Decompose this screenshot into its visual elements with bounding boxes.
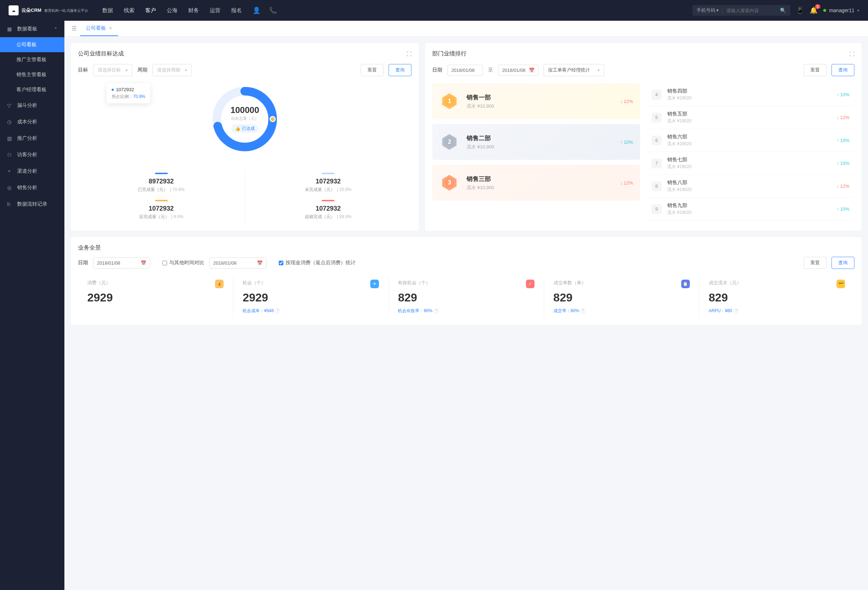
dashboard-icon: ▦	[7, 26, 13, 32]
sidebar-item-company-board[interactable]: 公司看板	[0, 37, 64, 52]
logo[interactable]: ☁ 云朵CRM 教育机构一站 式服务云平台	[9, 5, 88, 15]
search-icon[interactable]: 🔍	[780, 7, 786, 13]
search-input[interactable]	[726, 8, 776, 13]
date-input-1[interactable]: 2018/01/08📅	[93, 257, 150, 269]
stat-item: 1072932 未完成量（元）| 20.9%	[245, 169, 412, 196]
cash-checkbox-input[interactable]	[279, 261, 283, 265]
biz-label: 消费（元）	[87, 280, 111, 286]
stat-value: 8972932	[81, 178, 241, 185]
chevron-down-icon: ▾	[857, 8, 859, 13]
search-type-select[interactable]: 手机号码 ▾	[697, 7, 723, 13]
select-period[interactable]: 请选择周期▾	[152, 64, 192, 76]
username: manager11	[829, 7, 855, 13]
menu-icon[interactable]: ☰	[68, 25, 80, 32]
select-target[interactable]: 请选择目标▾	[93, 64, 132, 76]
sidebar-item-promo-board[interactable]: 推广主管看板	[0, 52, 64, 67]
tab-company-board[interactable]: 公司看板 ✕	[80, 21, 118, 36]
chevron-down-icon: ▾	[125, 68, 128, 73]
sidebar-group-dashboard[interactable]: ▦数据看板 ⌃	[0, 21, 64, 37]
filter-label-date: 日期	[78, 260, 88, 266]
nav-leads[interactable]: 线索	[124, 7, 134, 14]
arrow-down-icon: ↓	[837, 115, 839, 120]
rank-row[interactable]: 5 销售五部 流水 ¥19020 ↓ 12%	[647, 106, 855, 129]
card-title: 公司业绩目标达成	[78, 50, 124, 57]
close-icon[interactable]: ✕	[109, 26, 112, 31]
sidebar-item-promo[interactable]: ▧推广分析	[0, 130, 64, 147]
date-input-2[interactable]: 2018/01/08📅	[209, 257, 267, 269]
notifications-icon[interactable]: 🔔5	[810, 6, 818, 14]
rank-row[interactable]: 4 销售四部 流水 ¥19020 ↑ 10%	[647, 83, 855, 106]
rank-top-1[interactable]: 1 销售一部 流水 ¥10,900 ↓12%	[432, 83, 640, 119]
rank-index: 5	[651, 113, 661, 123]
nav-finance[interactable]: 财务	[188, 7, 199, 14]
stat-label: 应完成量（元）| 8.9%	[81, 214, 241, 220]
date-from[interactable]: 2018/01/08	[447, 65, 483, 76]
date-to[interactable]: 2018/01/08📅	[498, 65, 539, 76]
card-title: 部门业绩排行	[432, 50, 466, 57]
headset-icon: ⚇	[7, 152, 13, 158]
rank-name: 销售一部	[466, 93, 613, 102]
nav-customers[interactable]: 客户	[145, 7, 156, 14]
reset-button[interactable]: 重置	[804, 257, 827, 269]
stat-value: 1072932	[248, 205, 408, 212]
rank-value: 流水 ¥19020	[667, 164, 831, 170]
nav-ops[interactable]: 运营	[210, 7, 220, 14]
rank-name: 销售二部	[466, 134, 613, 142]
help-icon[interactable]: ?	[734, 309, 738, 313]
user-icon[interactable]: 👤	[252, 6, 260, 14]
sidebar-item-cost[interactable]: ◷成本分析	[0, 114, 64, 130]
sidebar-item-sales-board[interactable]: 销售主管看板	[0, 67, 64, 82]
query-button[interactable]: 查询	[831, 64, 855, 76]
medal-icon: 1	[439, 91, 459, 111]
chart-center-value: 100000	[230, 105, 259, 115]
help-icon[interactable]: ?	[581, 309, 586, 313]
stat-value: 1072932	[81, 205, 241, 212]
phone-icon[interactable]: 📞	[269, 6, 277, 14]
rank-name: 销售七部	[667, 157, 831, 163]
sidebar-item-funnel[interactable]: ▽漏斗分析	[0, 97, 64, 114]
help-icon[interactable]: ?	[434, 309, 438, 313]
sidebar-item-flow[interactable]: ⎘数据流转记录	[0, 196, 64, 212]
compare-checkbox-input[interactable]	[162, 261, 167, 265]
stat-bar	[322, 200, 335, 201]
chevron-down-icon: ▾	[185, 68, 187, 73]
rank-index: 8	[651, 181, 661, 191]
help-icon[interactable]: ?	[275, 309, 280, 313]
filter-label-period: 周期	[137, 67, 148, 73]
compare-checkbox[interactable]: 与其他时间对比	[162, 260, 204, 266]
select-statby[interactable]: 按工单客户经理统计▾	[543, 64, 604, 76]
reset-button[interactable]: 重置	[361, 64, 384, 76]
nav-data[interactable]: 数据	[102, 7, 113, 14]
expand-icon[interactable]: ⛶	[406, 51, 412, 57]
rank-name: 销售九部	[667, 202, 831, 209]
stat-label: 未完成量（元）| 20.9%	[248, 187, 408, 193]
cash-checkbox[interactable]: 按现金消费（返点后消费）统计	[279, 260, 356, 266]
expand-icon[interactable]: ⛶	[849, 51, 855, 57]
query-button[interactable]: 查询	[388, 64, 412, 76]
query-button[interactable]: 查询	[831, 257, 855, 269]
logo-subtitle: 教育机构一站 式服务云平台	[44, 8, 89, 13]
sidebar-item-visitor[interactable]: ⚇访客分析	[0, 147, 64, 163]
sidebar-item-channel[interactable]: ⚬渠道分析	[0, 163, 64, 180]
rank-top-2[interactable]: 2 销售二部 流水 ¥10,900 ↑10%	[432, 124, 640, 160]
sidebar-item-sales[interactable]: ◎销售分析	[0, 180, 64, 196]
user-menu[interactable]: manager11 ▾	[823, 7, 859, 13]
reset-button[interactable]: 重置	[804, 64, 827, 76]
rank-pct: ↓ 12%	[837, 115, 849, 120]
rank-row[interactable]: 7 销售七部 流水 ¥19020 ↑ 10%	[647, 152, 855, 175]
biz-sublabel: 成交率：80% ?	[554, 308, 690, 314]
rank-top-3[interactable]: 3 销售三部 流水 ¥10,900 ↓12%	[432, 165, 640, 201]
card-target: 公司业绩目标达成 ⛶ 目标 请选择目标▾ 周期 请选择周期▾ 重置 查询	[71, 43, 419, 231]
chevron-down-icon: ▾	[598, 68, 600, 73]
nav-enroll[interactable]: 报名	[231, 7, 242, 14]
device-icon[interactable]: 📱	[796, 6, 804, 14]
rank-row[interactable]: 9 销售九部 流水 ¥19020 ↑ 10%	[647, 198, 855, 221]
filter-label-date: 日期	[432, 67, 442, 73]
rank-row[interactable]: 8 销售八部 流水 ¥19020 ↓ 12%	[647, 175, 855, 198]
rank-value: 流水 ¥19020	[667, 118, 831, 124]
biz-metric: 有效机会（个） ✓ 829 机会有效率：80% ?	[388, 276, 544, 318]
rank-row[interactable]: 6 销售六部 流水 ¥19020 ↑ 10%	[647, 129, 855, 152]
chart-center-label: 目标总量（元）	[231, 116, 259, 121]
sidebar-item-manager-board[interactable]: 客户经理看板	[0, 82, 64, 97]
nav-public[interactable]: 公海	[167, 7, 177, 14]
